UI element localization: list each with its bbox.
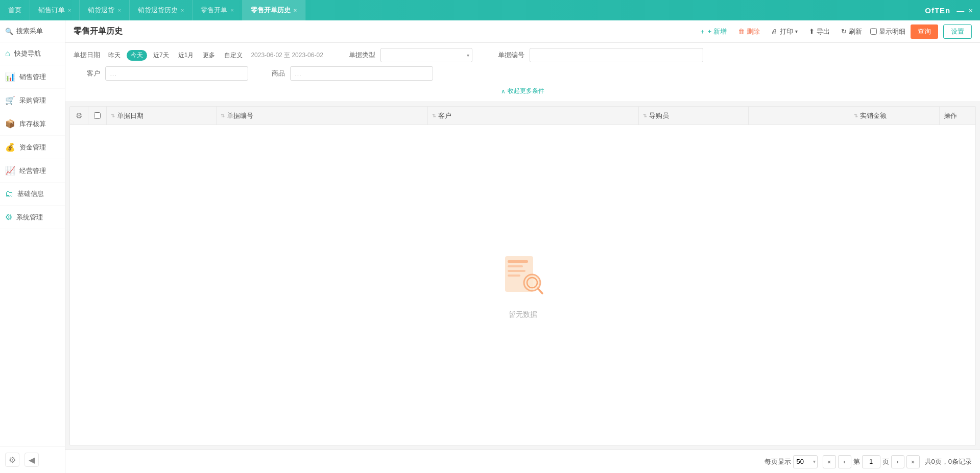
settings-button[interactable]: 设置 [943, 24, 972, 39]
tab-sales-return-history[interactable]: 销货退货历史 × [130, 0, 193, 20]
sidebar-item-purchase-mgmt[interactable]: 🛒 采购管理 [0, 89, 65, 112]
sidebar-item-operations[interactable]: 📈 经营管理 [0, 159, 65, 183]
tab-retail-open[interactable]: 零售开单 × [193, 0, 242, 20]
per-page-wrap: 每页显示 10 20 50 100 ▾ [764, 455, 818, 468]
sidebar: 🔍 搜索采单 ⌂ 快捷导航 📊 销售管理 🛒 采购管理 📦 库存核算 💰 资金管… [0, 20, 65, 473]
export-icon: ⬆ [809, 28, 815, 35]
total-label: 共0页，0条记录 [925, 457, 972, 466]
sidebar-item-sales-mgmt[interactable]: 📊 销售管理 [0, 65, 65, 89]
sort-number-icon[interactable]: ⇅ [221, 113, 225, 118]
sidebar-item-system-mgmt-label: 系统管理 [16, 213, 43, 222]
th-amount: ⇅ 实销金额 [850, 107, 940, 125]
print-caret: ▾ [795, 29, 798, 34]
tab-sales-return-history-label: 销货退货历史 [138, 6, 178, 15]
th-guide-label: 导购员 [649, 111, 669, 120]
th-amount-label: 实销金额 [860, 111, 887, 120]
date-range-text: 2023-06-02 至 2023-06-02 [251, 51, 323, 60]
type-select[interactable] [380, 48, 472, 62]
first-page-btn[interactable]: « [823, 455, 836, 468]
next-icon: › [897, 458, 899, 465]
th-actions: 操作 [940, 107, 975, 125]
table-area: ⚙ ⇅ 单据日期 ⇅ 单据编号 ⇅ 客户 ⇅ [69, 106, 976, 445]
tab-list: 首页 销售订单 × 销货退货 × 销货退货历史 × 零售开单 × 零售开单历史 … [0, 0, 918, 20]
tab-home[interactable]: 首页 [0, 0, 30, 20]
empty-state: 暂无数据 [70, 125, 975, 445]
collapse-sidebar-btn[interactable]: ◀ [25, 453, 39, 467]
custom-date-btn[interactable]: 自定义 [221, 50, 246, 61]
month-btn[interactable]: 近1月 [175, 50, 197, 61]
th-settings-icon: ⚙ [76, 111, 82, 120]
sort-date-icon[interactable]: ⇅ [111, 113, 115, 118]
sort-customer-icon[interactable]: ⇅ [432, 113, 436, 118]
week-btn[interactable]: 近7天 [150, 50, 172, 61]
page-nav: « ‹ 第 页 › » [823, 455, 920, 468]
tab-retail-open-close[interactable]: × [230, 7, 233, 13]
print-button[interactable]: 🖨 打印 ▾ [768, 25, 801, 38]
refresh-icon: ↻ [841, 28, 847, 35]
display-detail-input[interactable] [870, 28, 877, 35]
display-detail-label: 显示明细 [879, 27, 905, 36]
tab-sales-order[interactable]: 销售订单 × [30, 0, 80, 20]
filter-row-1: 单据日期 昨天 今天 近7天 近1月 更多 自定义 2023-06-02 至 2… [74, 48, 972, 62]
gear-icon: ⚙ [9, 455, 16, 465]
print-icon: 🖨 [771, 28, 778, 35]
export-label: 导出 [817, 27, 830, 36]
sidebar-item-finance[interactable]: 💰 资金管理 [0, 136, 65, 159]
tab-sales-return-close[interactable]: × [117, 7, 121, 13]
sidebar-item-inventory[interactable]: 📦 库存核算 [0, 112, 65, 136]
inventory-icon: 📦 [5, 119, 15, 129]
th-date: ⇅ 单据日期 [107, 107, 217, 125]
page-suffix: 页 [882, 457, 889, 466]
today-btn[interactable]: 今天 [127, 50, 147, 61]
goods-input[interactable]: … [290, 66, 433, 81]
th-number: ⇅ 单据编号 [217, 107, 427, 125]
sidebar-item-sales-mgmt-label: 销售管理 [19, 72, 46, 82]
next-page-btn[interactable]: › [891, 455, 904, 468]
prev-page-btn[interactable]: ‹ [838, 455, 851, 468]
sidebar-item-base-info[interactable]: 🗂 基础信息 [0, 183, 65, 206]
sales-mgmt-icon: 📊 [5, 72, 15, 82]
page-num-input[interactable] [862, 455, 880, 468]
select-all-checkbox[interactable] [94, 112, 101, 119]
export-button[interactable]: ⬆ 导出 [806, 25, 833, 38]
customer-input[interactable]: … [105, 66, 248, 81]
last-page-btn[interactable]: » [906, 455, 920, 468]
per-page-select[interactable]: 10 20 50 100 [793, 455, 818, 468]
th-checkbox[interactable] [88, 107, 107, 125]
collapse-more-btn[interactable]: ∧ 收起更多条件 [74, 85, 972, 96]
window-controls: — × [957, 6, 973, 15]
refresh-button[interactable]: ↻ 刷新 [838, 25, 865, 38]
sort-amount-icon[interactable]: ⇅ [854, 113, 858, 118]
main-layout: 🔍 搜索采单 ⌂ 快捷导航 📊 销售管理 🛒 采购管理 📦 库存核算 💰 资金管… [0, 20, 980, 473]
delete-icon: 🗑 [738, 28, 745, 35]
tab-sales-order-close[interactable]: × [68, 7, 71, 13]
minimize-btn[interactable]: — [957, 6, 964, 15]
per-page-label: 每页显示 [764, 457, 791, 466]
purchase-mgmt-icon: 🛒 [5, 95, 15, 105]
tab-retail-open-history[interactable]: 零售开单历史 × [243, 0, 305, 20]
sidebar-item-inventory-label: 库存核算 [19, 119, 46, 129]
sidebar-search[interactable]: 🔍 搜索采单 [0, 20, 65, 42]
tab-sales-return-history-close[interactable]: × [181, 7, 184, 13]
sidebar-item-system-mgmt[interactable]: ⚙ 系统管理 [0, 206, 65, 229]
more-date-btn[interactable]: 更多 [200, 50, 218, 61]
th-settings[interactable]: ⚙ [70, 107, 88, 125]
delete-button[interactable]: 🗑 删除 [735, 25, 763, 38]
quick-nav-icon: ⌂ [5, 49, 10, 58]
settings-btn[interactable]: ⚙ [5, 453, 19, 467]
toolbar-actions: ＋ + 新增 🗑 删除 🖨 打印 ▾ ⬆ 导出 ↻ [696, 24, 972, 39]
tab-sales-return[interactable]: 销货退货 × [80, 0, 129, 20]
sort-guide-icon[interactable]: ⇅ [643, 113, 647, 118]
goods-filter-label: 商品 [258, 69, 285, 78]
sidebar-item-quick-nav[interactable]: ⌂ 快捷导航 [0, 42, 65, 65]
number-input[interactable] [530, 48, 703, 62]
add-button[interactable]: ＋ + 新增 [696, 25, 730, 38]
close-btn[interactable]: × [968, 6, 973, 15]
th-customer: ⇅ 客户 [428, 107, 639, 125]
yesterday-btn[interactable]: 昨天 [105, 50, 124, 61]
display-detail-checkbox[interactable]: 显示明细 [870, 27, 905, 36]
query-label: 查询 [918, 27, 931, 36]
th-customer-label: 客户 [438, 111, 451, 120]
tab-retail-open-history-close[interactable]: × [294, 7, 297, 13]
query-button[interactable]: 查询 [911, 24, 938, 39]
